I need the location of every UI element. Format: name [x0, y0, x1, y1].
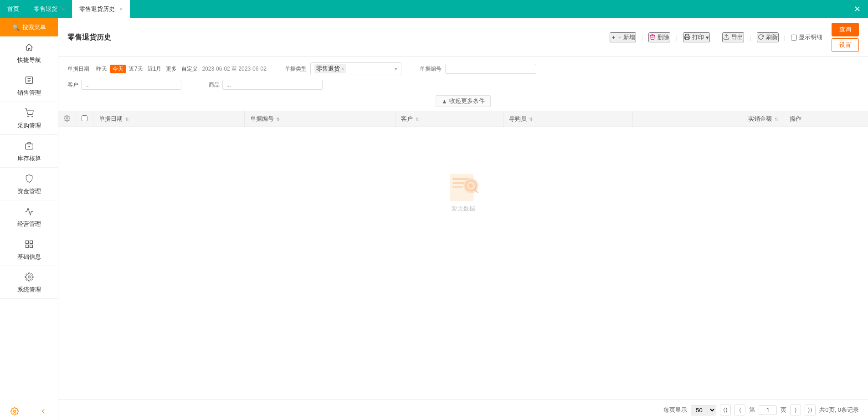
main-layout: 🔍 搜索菜单 快捷导航 销售管理 采购管理 库存核算: [0, 18, 868, 420]
sidebar-item-purchase-label: 采购管理: [17, 122, 41, 130]
sidebar-settings-button[interactable]: [0, 402, 29, 420]
sidebar-item-system-label: 系统管理: [17, 286, 41, 294]
date-1month[interactable]: 近1月: [146, 65, 163, 73]
setting-button[interactable]: 设置: [832, 38, 859, 52]
next-page-button[interactable]: ⟩: [790, 405, 801, 415]
date-custom[interactable]: 自定义: [180, 65, 199, 73]
search-icon: 🔍: [12, 24, 20, 31]
sidebar-item-purchase-mgmt[interactable]: 采购管理: [0, 102, 58, 135]
sidebar-search-button[interactable]: 🔍 搜索菜单: [0, 18, 58, 36]
table-footer: 每页显示 50 10 20 100 ⟨⟨ ⟨ 第 页 ⟩ ⟩⟩ 共0页, 0条记…: [58, 400, 868, 420]
date-today[interactable]: 今天: [110, 65, 126, 73]
tab-home[interactable]: 首页: [0, 0, 26, 18]
refresh-button[interactable]: 刷新: [757, 32, 779, 42]
svg-rect-12: [685, 37, 688, 40]
inventory-icon: [25, 141, 34, 153]
th-customer-label: 客户: [401, 115, 413, 122]
print-arrow[interactable]: ▾: [706, 34, 709, 41]
svg-point-1: [27, 116, 28, 117]
th-amount-label: 实销金额: [748, 115, 772, 122]
svg-point-2: [31, 116, 32, 117]
tab-home-label: 首页: [7, 5, 19, 13]
sales-icon: [25, 76, 34, 87]
delete-icon: [649, 34, 656, 41]
sidebar-item-finance[interactable]: 资金管理: [0, 168, 58, 200]
collapse-button[interactable]: ▲ 收起更多条件: [436, 95, 491, 107]
tab-retail-return-history[interactable]: 零售退货历史 ×: [72, 0, 129, 18]
th-guide[interactable]: 导购员 ⇅: [503, 111, 632, 127]
empty-text: 暂无数据: [452, 205, 475, 213]
export-button[interactable]: 导出: [722, 32, 744, 42]
th-actions-label: 操作: [790, 115, 801, 122]
sidebar-item-sales-label: 销售管理: [17, 89, 41, 97]
filter-row-1: 单据日期 昨天 今天 近7天 近1月 更多 自定义 2023-06-02 至 2…: [67, 62, 859, 75]
th-customer[interactable]: 客户 ⇅: [395, 111, 503, 127]
th-voucher-no[interactable]: 单据编号 ⇅: [244, 111, 395, 127]
prev-page-button[interactable]: ⟨: [734, 405, 745, 415]
sort-voucher-icon: ⇅: [276, 117, 280, 122]
query-button[interactable]: 查询: [832, 23, 859, 36]
basic-info-icon: [25, 240, 34, 251]
show-details-checkbox[interactable]: [791, 35, 797, 41]
tab-retail-return[interactable]: 零售退货 ×: [26, 0, 72, 18]
type-tag: 零售退货 ×: [314, 64, 346, 73]
voucher-filter-wrap: 单据编号: [420, 64, 536, 74]
sidebar-item-quick-nav[interactable]: 快捷导航: [0, 36, 58, 69]
th-date-label: 单据日期: [99, 115, 123, 122]
sidebar-item-operations-label: 经营管理: [17, 220, 41, 228]
type-tag-label: 零售退货: [316, 65, 340, 73]
select-all-checkbox[interactable]: [82, 115, 87, 121]
delete-button[interactable]: 删除: [648, 32, 670, 42]
first-page-button[interactable]: ⟨⟨: [720, 405, 731, 415]
th-checkbox[interactable]: [76, 111, 93, 127]
product-input[interactable]: [222, 80, 323, 90]
date-more[interactable]: 更多: [164, 65, 178, 73]
new-label: + 新增: [618, 33, 635, 41]
type-tag-close[interactable]: ×: [341, 66, 344, 72]
new-button[interactable]: ＋ + 新增: [610, 32, 636, 42]
sidebar-collapse-button[interactable]: [29, 402, 58, 420]
svg-point-11: [14, 410, 16, 412]
sidebar-item-inventory[interactable]: 库存核算: [0, 135, 58, 168]
svg-point-22: [469, 184, 473, 188]
per-page-select[interactable]: 50 10 20 100: [691, 405, 716, 415]
date-options: 昨天 今天 近7天 近1月 更多 自定义: [95, 65, 199, 73]
top-bar: 首页 零售退货 × 零售退货历史 × ✕: [0, 0, 868, 18]
last-page-button[interactable]: ⟩⟩: [805, 405, 816, 415]
collapse-icon: ▲: [442, 98, 447, 105]
sidebar-item-system-mgmt[interactable]: 系统管理: [0, 266, 58, 299]
svg-point-14: [66, 118, 68, 119]
date-yesterday[interactable]: 昨天: [95, 65, 108, 73]
show-details-checkbox-wrap[interactable]: 显示明细: [791, 33, 822, 41]
type-select[interactable]: 零售退货 × ▾: [310, 62, 401, 75]
window-close-button[interactable]: ✕: [847, 4, 868, 14]
tab-retail-return-history-close[interactable]: ×: [119, 6, 122, 12]
sidebar-item-operations[interactable]: 经营管理: [0, 200, 58, 233]
sidebar-item-basic-info[interactable]: 基础信息: [0, 233, 58, 266]
empty-illustration: [443, 164, 484, 205]
customer-input[interactable]: [81, 80, 181, 90]
delete-label: 删除: [657, 33, 669, 41]
divider2: |: [676, 34, 677, 41]
page-input[interactable]: [759, 405, 777, 415]
th-date[interactable]: 单据日期 ⇅: [93, 111, 245, 127]
content-area: 零售退货历史 ＋ + 新增 | 删除 | 打: [58, 18, 868, 420]
tab-retail-return-history-label: 零售退货历史: [79, 5, 115, 13]
page-title: 零售退货历史: [67, 33, 111, 42]
sort-customer-icon: ⇅: [416, 117, 419, 122]
sidebar-item-quick-nav-label: 快捷导航: [17, 56, 41, 64]
sidebar-item-sales-mgmt[interactable]: 销售管理: [0, 69, 58, 102]
print-button[interactable]: 打印 ▾: [683, 32, 710, 42]
tab-retail-return-close[interactable]: ×: [62, 6, 65, 12]
data-table: 单据日期 ⇅ 单据编号 ⇅ 客户 ⇅ 导购员 ⇅: [58, 111, 868, 249]
voucher-input[interactable]: [445, 64, 536, 74]
divider3: |: [715, 34, 717, 41]
table-body: 暂无数据: [58, 127, 868, 250]
th-setting[interactable]: [58, 111, 76, 127]
collapse-label: 收起更多条件: [449, 97, 485, 105]
date-7days[interactable]: 近7天: [128, 65, 144, 73]
new-icon: ＋: [611, 33, 616, 41]
th-amount[interactable]: 实销金额 ⇅: [632, 111, 784, 127]
customer-label: 客户: [67, 81, 78, 89]
export-label: 导出: [731, 33, 743, 41]
